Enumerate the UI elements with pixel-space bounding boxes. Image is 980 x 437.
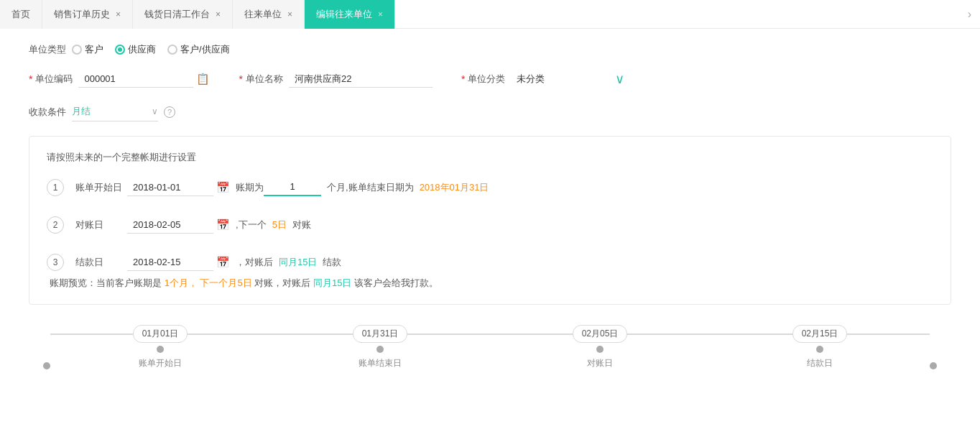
tab-edit-partner-close[interactable]: ×: [378, 9, 383, 19]
preview-suffix: 该客户会给我打款。: [354, 277, 438, 288]
payment-date-input[interactable]: [127, 254, 213, 271]
setting-desc-2b: 对账: [292, 218, 311, 231]
page-content: 单位类型 客户 供应商 客户/供应商 * 单位编码 📋 * 单位名: [0, 29, 980, 437]
tab-arrow[interactable]: ›: [959, 8, 980, 21]
tabs-bar: 首页 销售订单历史 × 钱货日清工作台 × 往来单位 × 编辑往来单位 × ›: [0, 0, 980, 29]
setting-row-2: 2 对账日 📅 ,下一个 5日 对账: [47, 216, 933, 234]
tab-sales-history[interactable]: 销售订单历史 ×: [42, 0, 133, 29]
tab-edit-partner-label: 编辑往来单位: [316, 8, 372, 21]
radio-customer[interactable]: 客户: [72, 43, 103, 56]
timeline-label-3: 对账日: [587, 357, 613, 369]
setting-label-3: 结款日: [75, 256, 119, 269]
radio-both-circle: [167, 45, 177, 55]
preview-mid: 对账，对账后: [254, 277, 310, 288]
tab-partner-unit-label: 往来单位: [244, 8, 282, 21]
radio-customer-label: 客户: [85, 43, 103, 56]
tab-partner-unit-close[interactable]: ×: [287, 9, 292, 19]
timeline-pill-4: 02月15日: [792, 325, 848, 343]
timeline-label-4: 结款日: [807, 357, 833, 369]
setting-desc-1a: 账期为: [236, 181, 264, 194]
preview-recon-date: 下一个月5日: [200, 277, 251, 288]
unit-fields-row: * 单位编码 📋 * 单位名称 * 单位分类 未分类 ∨: [29, 70, 951, 88]
unit-category-value: 未分类: [517, 73, 609, 86]
unit-category-chevron-icon[interactable]: ∨: [615, 71, 624, 87]
radio-customer-circle: [72, 45, 82, 55]
payment-highlight: 同月15日: [279, 256, 317, 269]
payment-terms-help-icon[interactable]: ?: [164, 106, 175, 118]
tab-cash-work-close[interactable]: ×: [216, 9, 221, 19]
payment-terms-select[interactable]: 月结 ∨: [72, 102, 158, 121]
timeline-pill-3: 02月05日: [573, 325, 628, 343]
preview-row: 账期预览：当前客户账期是 1个月， 下一个月5日 对账，对账后 同月15日 该客…: [47, 277, 933, 290]
unit-name-star: *: [239, 73, 242, 85]
timeline-pill-2: 01月31日: [353, 325, 408, 343]
tab-sales-history-label: 销售订单历史: [54, 8, 110, 21]
month-input[interactable]: [264, 178, 321, 196]
timeline-pill-1: 01月01日: [133, 325, 188, 343]
tab-edit-partner[interactable]: 编辑往来单位 ×: [305, 0, 395, 29]
unit-category-select[interactable]: 未分类 ∨: [517, 71, 624, 87]
setting-desc-2a: ,下一个: [236, 218, 267, 231]
tab-sales-history-close[interactable]: ×: [116, 9, 121, 19]
timeline-node-3: 02月05日 对账日: [573, 325, 628, 369]
unit-name-input[interactable]: [289, 70, 433, 88]
unit-category-group: * 单位分类 未分类 ∨: [461, 71, 624, 87]
setting-row-1: 1 账单开始日 📅 账期为 个月,账单结束日期为 2018年01月31日: [47, 178, 933, 196]
unit-type-label: 单位类型: [29, 43, 66, 56]
radio-both[interactable]: 客户/供应商: [167, 43, 230, 56]
recon-date-calendar-icon[interactable]: 📅: [216, 218, 230, 231]
radio-both-label: 客户/供应商: [180, 43, 230, 56]
unit-name-label: 单位名称: [246, 73, 283, 86]
radio-supplier-circle: [115, 45, 125, 55]
preview-label: 账期预览：当前客户账期是: [50, 277, 162, 288]
timeline-node-4: 02月15日 结款日: [792, 325, 848, 369]
unit-category-label: 单位分类: [468, 73, 505, 86]
tab-home-label: 首页: [11, 8, 30, 21]
payment-terms-row: 收款条件 月结 ∨ ?: [29, 102, 951, 121]
setting-label-2: 对账日: [75, 218, 119, 231]
tab-home[interactable]: 首页: [0, 0, 42, 29]
timeline-container: 01月01日 账单开始日 01月31日 账单结束日 02月05日 对账日: [29, 325, 951, 369]
timeline-label-2: 账单结束日: [359, 357, 402, 369]
start-date-calendar-icon[interactable]: 📅: [216, 181, 230, 194]
tab-cash-work[interactable]: 钱货日清工作台 ×: [133, 0, 233, 29]
radio-supplier-label: 供应商: [128, 43, 156, 56]
billing-end-date: 2018年01月31日: [420, 181, 489, 194]
payment-date-calendar-icon[interactable]: 📅: [216, 256, 230, 269]
unit-code-input[interactable]: [78, 70, 193, 88]
timeline-node-1: 01月01日 账单开始日: [133, 325, 188, 369]
timeline-node-2: 01月31日 账单结束日: [353, 325, 408, 369]
tab-partner-unit[interactable]: 往来单位 ×: [233, 0, 305, 29]
preview-months: 1个月，: [165, 277, 198, 288]
recon-highlight: 5日: [272, 218, 287, 231]
unit-code-group: * 单位编码 📋: [29, 70, 210, 88]
payment-terms-value: 月结: [72, 102, 152, 121]
settings-title: 请按照未来的一个完整帐期进行设置: [47, 151, 933, 164]
setting-desc-1b: 个月,账单结束日期为: [327, 181, 414, 194]
setting-desc-3b: 结款: [323, 256, 341, 269]
start-date-input[interactable]: [127, 179, 213, 196]
settings-box: 请按照未来的一个完整帐期进行设置 1 账单开始日 📅 账期为 个月,账单结束日期…: [29, 136, 951, 305]
timeline-label-1: 账单开始日: [139, 357, 182, 369]
radio-group-unit-type: 客户 供应商 客户/供应商: [72, 43, 230, 56]
unit-code-icon[interactable]: 📋: [196, 73, 210, 86]
payment-terms-chevron-icon[interactable]: ∨: [152, 106, 158, 116]
unit-name-group: * 单位名称: [239, 70, 432, 88]
unit-code-star: *: [29, 73, 32, 85]
unit-category-star: *: [461, 73, 465, 85]
unit-type-row: 单位类型 客户 供应商 客户/供应商: [29, 43, 951, 56]
setting-num-3: 3: [47, 254, 64, 271]
payment-terms-label: 收款条件: [29, 106, 66, 119]
recon-date-input[interactable]: [127, 216, 213, 234]
setting-num-1: 1: [47, 179, 64, 196]
setting-num-2: 2: [47, 216, 64, 234]
radio-supplier[interactable]: 供应商: [115, 43, 156, 56]
tab-cash-work-label: 钱货日清工作台: [144, 8, 210, 21]
unit-code-label: 单位编码: [35, 73, 73, 86]
setting-row-3: 3 结款日 📅 ，对账后 同月15日 结款: [47, 254, 933, 271]
setting-desc-3a: ，对账后: [236, 256, 273, 269]
setting-label-1: 账单开始日: [75, 181, 119, 194]
preview-payment-date: 同月15日: [313, 277, 351, 288]
